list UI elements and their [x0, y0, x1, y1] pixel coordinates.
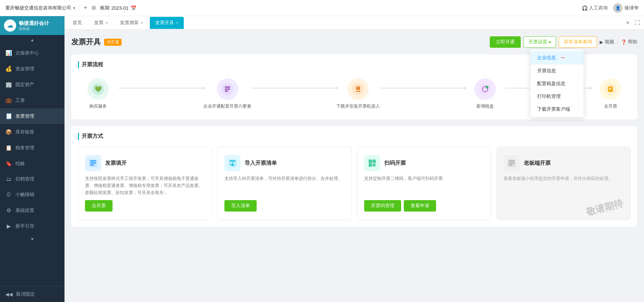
view-application-button[interactable]: 查看申请: [404, 200, 436, 212]
svg-rect-5: [225, 90, 228, 92]
tabs-bar: 首页 发票 × 发票测算 × 发票开具 × × ⛶: [65, 16, 644, 30]
avatar: 👤: [613, 3, 622, 13]
tab-invoice-issue-label: 发票开具: [155, 20, 174, 26]
settings-dropdown-menu: 企业信息 → 开票信息 配置税盘信息 打印机管理 下: [530, 49, 584, 117]
sidebar-label-settlement: 结账: [15, 161, 25, 167]
sidebar-item-finance[interactable]: 💰 资金管理: [0, 61, 65, 77]
tab-invoice-issue-close[interactable]: ×: [176, 21, 178, 25]
dropdown-item-download-client[interactable]: 下载开票客户端: [530, 103, 584, 116]
dropdown-item-printer[interactable]: 打印机管理: [530, 90, 584, 103]
sidebar-bottom: ◀◀ 取消固定: [0, 286, 65, 302]
svg-rect-8: [357, 87, 357, 88]
svg-rect-31: [370, 164, 371, 165]
sidebar-scroll-down[interactable]: ▼: [0, 234, 65, 244]
sidebar-scroll-up[interactable]: ▲: [0, 35, 65, 45]
activate-button[interactable]: 立即开通: [490, 36, 521, 48]
method-boss-desc: 查看老板端小程序提交的开票申请，并作出相应的处理。: [504, 175, 624, 182]
assets-icon: 🏢: [5, 81, 12, 88]
red-arrow-icon: →: [559, 54, 565, 61]
method-fill-icon: [85, 155, 101, 171]
tab-home[interactable]: 首页: [67, 17, 87, 29]
method-import-icon: [224, 155, 241, 171]
calendar-icon[interactable]: 📅: [131, 5, 136, 11]
tab-invoice-issue[interactable]: 发票开具 ×: [150, 17, 184, 29]
import-list-button[interactable]: 导入清单: [224, 200, 257, 212]
report2-icon: ©: [5, 192, 12, 198]
sidebar-label-assets: 固定资产: [15, 82, 34, 88]
status-badge: 待开通: [104, 39, 122, 46]
logo-icon: ☁: [4, 20, 16, 32]
user-info[interactable]: 👤 徐泽华: [613, 3, 639, 13]
company-selector[interactable]: 重庆畅捷交通信息咨询有限公司 ▾: [5, 5, 75, 11]
step-taxdisk: + 新增税盘: [465, 78, 505, 109]
sidebar-item-archive[interactable]: 🗂 归档管理: [0, 172, 65, 187]
fill-invoice-button[interactable]: 去开票: [85, 200, 113, 212]
step-buy-icon: 💚: [87, 78, 109, 100]
company-name: 重庆畅捷交通信息咨询有限公司: [5, 5, 71, 11]
close-window-button[interactable]: ×: [625, 18, 631, 27]
svg-rect-10: [356, 91, 360, 92]
svg-rect-22: [90, 164, 94, 165]
payroll-icon: 💼: [5, 97, 12, 104]
sidebar-label-archive: 归档管理: [15, 176, 34, 182]
divider-1: [79, 5, 80, 11]
settings-dropdown-button[interactable]: 开票设置 ▾: [523, 36, 556, 48]
main-layout: ☁ 畅捷通好会计 旗舰版 ▲ 📊 云报表中心 💰 资金管理 🏢 固定资产 💼 工…: [0, 16, 644, 302]
svg-text:+: +: [486, 86, 488, 88]
dropdown-item-company-info[interactable]: 企业信息 →: [530, 51, 584, 65]
sidebar-item-report2[interactable]: © 小畅报销: [0, 187, 65, 202]
sidebar-item-guide[interactable]: ▶ 新手引导: [0, 218, 65, 234]
svg-rect-24: [229, 160, 235, 161]
tab-invoice-test[interactable]: 发票测算 ×: [115, 17, 148, 29]
dropdown-item-invoice-info[interactable]: 开票信息: [530, 65, 584, 77]
sidebar-item-inventory[interactable]: 📦 库存核算: [0, 124, 65, 140]
tab-invoice-test-close[interactable]: ×: [141, 21, 143, 25]
tab-invoice-test-label: 发票测算: [120, 20, 139, 26]
sidebar-item-reports[interactable]: 📊 云报表中心: [0, 45, 65, 61]
sidebar-item-assets[interactable]: 🏢 固定资产: [0, 77, 65, 92]
sidebar-item-invoice[interactable]: 🧾 发票管理: [0, 108, 65, 124]
sidebar-item-payroll[interactable]: 💼 工资: [0, 92, 65, 108]
svg-rect-37: [509, 160, 515, 161]
sidebar-label-guide: 新手引导: [15, 223, 34, 229]
sidebar-item-settings[interactable]: ⚙ 基础设置: [0, 202, 65, 218]
dropdown-label-tax-config: 配置税盘信息: [537, 81, 565, 87]
step-config: 企业开通配置开票六要素: [203, 78, 251, 109]
tab-invoice[interactable]: 发票 ×: [89, 17, 113, 29]
settings-gear-icon[interactable]: ⚙: [91, 5, 96, 11]
method-card-fill: 发票填开 支持按照发票样式手工填开发票；可开具增值税电子普通发票、增值税普通发票…: [78, 147, 212, 220]
page-actions: 立即开通 开票设置 ▾ 异常清单查询 ▶ 视频 | ❓ 帮助: [490, 36, 637, 48]
settings-btn-label: 开票设置: [528, 39, 547, 45]
service-button[interactable]: 🎧 人工咨询: [582, 5, 608, 11]
sidebar-item-tax[interactable]: 📋 税务管理: [0, 140, 65, 156]
dropdown-item-tax-config[interactable]: 配置税盘信息: [530, 77, 584, 90]
method-import-header: 导入开票清单: [224, 155, 344, 171]
play-icon: ▶: [600, 39, 603, 45]
add-tab-button[interactable]: +: [84, 4, 87, 11]
help-label: 帮助: [628, 39, 637, 45]
svg-rect-18: [609, 89, 611, 90]
page-content: 发票开具 待开通 立即开通 开票设置 ▾ 异常清单查询 ▶ 视频 | ❓: [65, 30, 644, 302]
step-install: 下载并安装开票机器人: [336, 78, 380, 109]
content-area: 首页 发票 × 发票测算 × 发票开具 × × ⛶ 发票开具: [65, 16, 644, 302]
methods-section: 开票方式: [71, 126, 637, 227]
abnormal-button[interactable]: 异常清单查询: [559, 36, 597, 48]
cancel-pin-button[interactable]: ◀◀ 取消固定: [0, 287, 65, 302]
headset-icon: 🎧: [582, 5, 588, 11]
method-card-import: 导入开票清单 支持导入待开票清单，可对待开票清单进行拆分、合并处理。 导入清单: [217, 147, 351, 220]
method-fill-title: 发票填开: [105, 160, 127, 167]
maximize-window-button[interactable]: ⛶: [633, 18, 641, 27]
help-button[interactable]: ❓ 帮助: [621, 39, 637, 45]
sidebar-item-settlement[interactable]: 🔖 结账: [0, 156, 65, 172]
top-bar-right: 🎧 人工咨询 👤 徐泽华: [582, 3, 639, 13]
period-label: 账期: [100, 5, 110, 11]
tab-invoice-close[interactable]: ×: [105, 21, 108, 25]
sidebar-label-invoice: 发票管理: [15, 113, 34, 119]
tabs-actions: × ⛶: [625, 18, 641, 27]
dropdown-label-company-info: 企业信息: [537, 55, 556, 61]
tax-icon: 📋: [5, 145, 12, 151]
svg-rect-17: [609, 88, 612, 88]
qrcode-manage-button[interactable]: 开票码管理: [364, 200, 401, 212]
method-scan-header: 扫码开票: [364, 155, 484, 171]
video-button[interactable]: ▶ 视频: [600, 39, 614, 45]
